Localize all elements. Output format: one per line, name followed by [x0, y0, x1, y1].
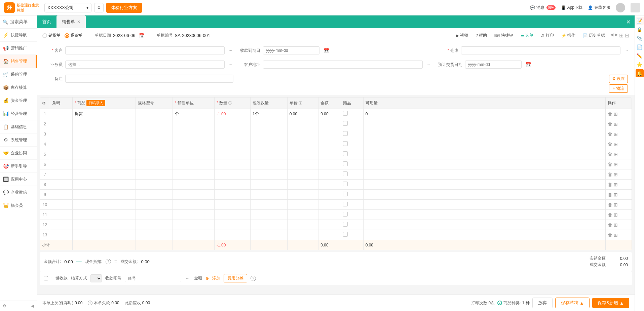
fee-split-btn[interactable]: 费用分摊: [224, 274, 247, 282]
sidebar-item-wechat[interactable]: 💬 企业微信: [0, 186, 37, 199]
sidebar-item-member[interactable]: 👑 畅会员: [0, 199, 37, 212]
user-menu-btn[interactable]: [631, 3, 640, 12]
customer-input[interactable]: [65, 46, 225, 54]
company-selector[interactable]: XXXXXX公司 ▾: [44, 3, 91, 12]
delete-row-icon[interactable]: 🗑: [608, 222, 612, 228]
save-draft-btn[interactable]: 保存草稿 ▲: [555, 298, 590, 308]
fee-help-icon[interactable]: ?: [251, 276, 256, 281]
video-btn[interactable]: ▶ 视频: [454, 32, 470, 39]
expected-delivery-cal-icon[interactable]: 📅: [526, 62, 531, 67]
radio-return-order[interactable]: 退货单: [65, 33, 83, 38]
settings-action-btn[interactable]: ⚙ 设置: [609, 75, 628, 83]
customer-dots[interactable]: ···: [227, 48, 233, 53]
salesperson-input[interactable]: [65, 61, 225, 69]
abandon-btn[interactable]: 放弃: [532, 298, 553, 308]
help-deficit-icon[interactable]: ?: [88, 301, 92, 305]
help-btn[interactable]: ? 帮助: [473, 32, 489, 39]
date-calendar-icon[interactable]: 📅: [139, 33, 145, 38]
add-payment-icon[interactable]: ⊕: [205, 276, 209, 281]
right-sidebar-doc-icon[interactable]: 📄: [636, 43, 644, 51]
scan-btn[interactable]: 扫码录入: [86, 100, 105, 106]
sidebar-item-purchase[interactable]: 🛒 采购管理: [0, 68, 37, 81]
copy-row-icon[interactable]: ⊞: [614, 212, 618, 218]
expected-delivery-input[interactable]: [465, 61, 522, 69]
app-download-btn[interactable]: 📱 App下载: [561, 5, 582, 10]
sidebar-item-inventory[interactable]: 📦 库存核算: [0, 81, 37, 94]
delete-row-icon[interactable]: 🗑: [608, 121, 612, 127]
payment-due-input[interactable]: [263, 46, 319, 54]
message-btn[interactable]: 💬 消息 99+: [530, 5, 556, 10]
delete-row-icon[interactable]: 🗑: [608, 172, 612, 177]
sidebar-item-biz[interactable]: 📊 经营管理: [0, 107, 37, 120]
sidebar-item-enterprise[interactable]: 🤝 企业协同: [0, 147, 37, 160]
history-btn[interactable]: 📄 历史单据: [581, 32, 607, 39]
sidebar-item-appcenter[interactable]: 🔲 应用中心: [0, 173, 37, 186]
salesperson-dots[interactable]: ···: [227, 62, 233, 67]
delete-row-icon[interactable]: 🗑: [608, 182, 612, 187]
grid-view-icon[interactable]: ⊞: [619, 32, 623, 39]
tab-sales-order[interactable]: 销售单 ✕: [56, 15, 86, 28]
copy-row-icon[interactable]: ⊞: [614, 162, 618, 167]
copy-row-icon[interactable]: ⊞: [614, 152, 618, 157]
sidebar-item-base[interactable]: 📋 基础信息: [0, 120, 37, 133]
operation-btn[interactable]: ⚡ 操作: [559, 32, 577, 39]
delete-row-icon[interactable]: 🗑: [608, 131, 612, 137]
copy-row-icon[interactable]: ⊞: [614, 121, 618, 127]
payment-account-dots[interactable]: ···: [185, 276, 191, 281]
copy-row-icon[interactable]: ⊞: [614, 142, 618, 147]
right-sidebar-notes-icon[interactable]: 📝: [636, 17, 644, 25]
list-view-icon[interactable]: ⊟: [625, 32, 629, 39]
delete-row-icon[interactable]: 🗑: [608, 192, 612, 197]
print-btn[interactable]: 🖨 打印: [539, 32, 556, 39]
help-calc-icon[interactable]: ?: [106, 259, 111, 264]
save-new-btn[interactable]: 保存&新增 ▲: [592, 298, 629, 308]
copy-row-icon[interactable]: ⊞: [614, 202, 618, 207]
avatar[interactable]: [616, 3, 625, 12]
copy-row-icon[interactable]: ⊞: [614, 182, 618, 187]
sidebar-item-quick-nav[interactable]: ⚡ 快捷导航: [0, 29, 37, 42]
settings-icon[interactable]: ⚙: [94, 3, 104, 12]
sidebar-item-sales[interactable]: 🏠 销售管理: [0, 55, 37, 68]
tab-close-icon[interactable]: ✕: [77, 20, 80, 24]
right-sidebar-edit-icon[interactable]: ✏️: [636, 52, 644, 60]
copy-row-icon[interactable]: ⊞: [614, 172, 618, 177]
sidebar-item-fund[interactable]: 💰 资金管理: [0, 94, 37, 107]
prev-icon[interactable]: ◀: [610, 32, 613, 39]
col-settings-header[interactable]: ⚙: [40, 98, 50, 109]
copy-row-icon[interactable]: ⊞: [614, 111, 618, 117]
delete-row-icon[interactable]: 🗑: [608, 212, 612, 218]
right-sidebar-lock-icon[interactable]: 🔒: [636, 26, 644, 34]
copy-row-icon[interactable]: ⊞: [614, 232, 618, 238]
delete-row-icon[interactable]: 🗑: [608, 111, 612, 117]
delete-row-icon[interactable]: 🗑: [608, 162, 612, 167]
sidebar-search[interactable]: 🔍 搜索菜单: [0, 15, 37, 29]
right-sidebar-alert-icon[interactable]: 🔔: [636, 69, 644, 77]
shortcut-btn[interactable]: ⌨ 快捷键: [492, 32, 515, 39]
one-click-payment-checkbox[interactable]: [44, 276, 48, 280]
payment-method-select[interactable]: [90, 274, 102, 282]
copy-row-icon[interactable]: ⊞: [614, 131, 618, 137]
delete-row-icon[interactable]: 🗑: [608, 152, 612, 157]
sidebar-settings-icon[interactable]: ⚙: [3, 304, 6, 308]
tab-home[interactable]: 首页: [37, 15, 56, 28]
warehouse-input[interactable]: 建材仓: [461, 46, 620, 54]
delete-row-icon[interactable]: 🗑: [608, 142, 612, 147]
right-sidebar-star-icon[interactable]: ⭐: [636, 61, 644, 69]
warehouse-dots[interactable]: ···: [623, 48, 629, 53]
payment-account-input[interactable]: [125, 275, 181, 282]
sidebar-item-marketing[interactable]: 📢 营销推广: [0, 42, 37, 55]
copy-row-icon[interactable]: ⊞: [614, 222, 618, 228]
payment-due-cal-icon[interactable]: 📅: [324, 48, 329, 53]
next-icon[interactable]: ▶: [615, 32, 618, 39]
remark-input[interactable]: [65, 75, 233, 83]
select-btn[interactable]: ☰ 选单: [519, 32, 535, 39]
delete-row-icon[interactable]: 🗑: [608, 232, 612, 238]
sidebar-item-system[interactable]: ⚙ 系统管理: [0, 133, 37, 147]
copy-row-icon[interactable]: ⊞: [614, 192, 618, 197]
delete-row-icon[interactable]: 🗑: [608, 202, 612, 207]
addr-dots[interactable]: ···: [425, 62, 431, 67]
close-window-icon[interactable]: ✕: [626, 19, 635, 25]
sidebar-collapse-icon[interactable]: ◀: [31, 304, 34, 308]
experience-button[interactable]: 体验行业方案: [106, 3, 142, 13]
online-service-btn[interactable]: 👤 在线客服: [588, 5, 610, 10]
